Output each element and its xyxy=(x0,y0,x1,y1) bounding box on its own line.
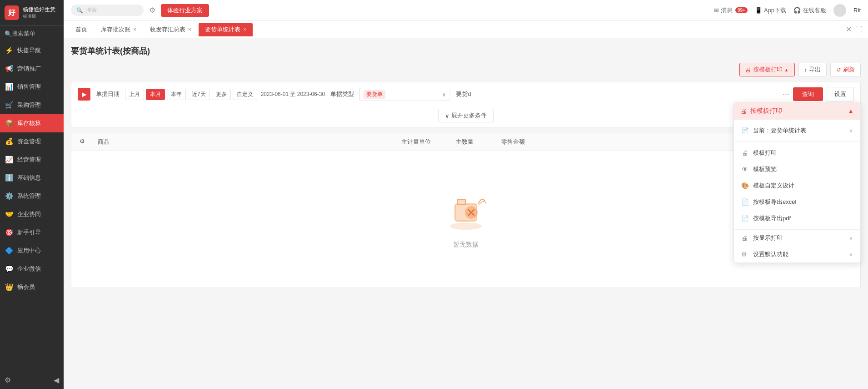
query-button[interactable]: 查询 xyxy=(793,87,823,101)
date-label: 单据日期 xyxy=(96,90,120,98)
tab-inventory-batch-label: 库存批次账 xyxy=(101,25,130,34)
set-default-section[interactable]: ⚙ 设置默认功能 ∨ xyxy=(734,246,860,263)
date-btn-custom[interactable]: 自定义 xyxy=(233,89,257,100)
filter-expand-button[interactable]: ▶ xyxy=(78,88,90,101)
type-select[interactable]: 要货单 ∨ xyxy=(359,88,450,101)
sidebar-item-inventory[interactable]: 📦 库存核算 xyxy=(0,114,64,132)
settings-button[interactable]: 设置 xyxy=(827,87,854,101)
svg-point-0 xyxy=(450,222,482,230)
maximize-tab-button[interactable]: ⛶ xyxy=(855,25,863,34)
online-service-button[interactable]: 🎧 在线客服 xyxy=(793,6,826,15)
date-btn-last-month[interactable]: 上月 xyxy=(125,89,144,100)
th-retail-amount: 零售金额 xyxy=(498,133,552,151)
topbar-settings-icon[interactable]: ⚙ xyxy=(149,6,155,15)
sidebar-item-label: 基础信息 xyxy=(17,174,41,182)
date-btn-7days[interactable]: 近7天 xyxy=(188,89,210,100)
sidebar: 好 畅捷通好生意 标准版 🔍 搜索菜单 ⚡ 快捷导航 📢 营销推广 📊 销售管理… xyxy=(0,0,64,389)
sidebar-item-finance[interactable]: 💰 资金管理 xyxy=(0,132,64,151)
sidebar-item-sales[interactable]: 📊 销售管理 xyxy=(0,78,64,96)
sidebar-item-label: 销售管理 xyxy=(17,83,41,91)
sidebar-item-basic[interactable]: ℹ️ 基础信息 xyxy=(0,169,64,187)
display-print-section[interactable]: 🖨 按显示打印 ∨ xyxy=(734,230,860,246)
template-design-item[interactable]: 🎨 模板自定义设计 xyxy=(734,177,860,194)
sidebar-item-quick-nav[interactable]: ⚡ 快捷导航 xyxy=(0,41,64,60)
refresh-button[interactable]: ↺ 刷新 xyxy=(830,63,861,76)
search-top-icon: 🔍 xyxy=(76,7,83,14)
date-btn-this-month[interactable]: 本月 xyxy=(146,89,165,100)
set-default-arrow: ∨ xyxy=(849,251,853,258)
settings-bottom-icon[interactable]: ⚙ xyxy=(5,376,11,384)
close-tab-button[interactable]: ✕ xyxy=(846,25,852,34)
sidebar-item-marketing[interactable]: 📢 营销推广 xyxy=(0,60,64,78)
search-menu[interactable]: 🔍 搜索菜单 xyxy=(0,26,64,41)
topbar-search[interactable]: 🔍 搜索 xyxy=(71,5,144,16)
collapse-icon[interactable]: ◀ xyxy=(54,376,59,384)
message-button[interactable]: ✉ 消息 99+ xyxy=(714,6,748,15)
display-print-icon: 🖨 xyxy=(741,234,748,242)
th-settings[interactable]: ⚙ xyxy=(76,133,94,151)
current-template-section: 📄 当前：要货单统计表 ∨ xyxy=(734,120,860,142)
tab-order-stats-close[interactable]: × xyxy=(243,27,246,32)
template-print-icon: 🖨 xyxy=(741,149,748,157)
app-download-button[interactable]: 📱 App下载 xyxy=(755,6,786,15)
sidebar-item-app-center[interactable]: 🔷 应用中心 xyxy=(0,242,64,260)
print-arrow-icon: ▲ xyxy=(784,67,789,72)
print-template-button[interactable]: 🖨 按模板打印 ▲ xyxy=(739,63,795,76)
tab-inventory-batch-close[interactable]: × xyxy=(133,27,136,32)
service-icon: 🎧 xyxy=(793,7,801,14)
tab-inventory-batch[interactable]: 库存批次账 × xyxy=(95,23,143,36)
logo-icon: 好 xyxy=(5,5,19,20)
sidebar-item-guide[interactable]: 🎯 新手引导 xyxy=(0,223,64,242)
marketing-icon: 📢 xyxy=(5,65,14,73)
sidebar-item-label: 营销推广 xyxy=(17,65,41,73)
main-area: 🔍 搜索 ⚙ 体验行业方案 ✉ 消息 99+ 📱 App下载 🎧 在线客服 Ri… xyxy=(64,0,868,389)
print-dropdown-header: 🖨 按模板打印 ▲ xyxy=(734,102,860,120)
export-button[interactable]: ↑ 导出 xyxy=(798,63,827,76)
wechat-icon: 💬 xyxy=(5,265,14,273)
basic-icon: ℹ️ xyxy=(5,174,14,182)
sidebar-item-member[interactable]: 👑 畅会员 xyxy=(0,278,64,296)
message-label: 消息 xyxy=(721,6,733,15)
sidebar-nav: ⚡ 快捷导航 📢 营销推广 📊 销售管理 🛒 采购管理 📦 库存核算 💰 资金管… xyxy=(0,41,64,371)
sidebar-item-system[interactable]: ⚙️ 系统管理 xyxy=(0,187,64,205)
date-options: 上月 本月 本年 近7天 更多 自定义 2023-06-01 至 2023-06… xyxy=(125,89,325,100)
message-badge: 99+ xyxy=(735,7,748,13)
industry-plan-button[interactable]: 体验行业方案 xyxy=(161,4,209,17)
display-print-arrow: ∨ xyxy=(849,235,853,241)
sidebar-bottom: ⚙ ◀ xyxy=(0,371,64,389)
tabs-controls: ✕ ⛶ xyxy=(846,25,863,34)
select-arrow-icon: ∨ xyxy=(442,91,446,98)
template-export-excel-item[interactable]: 📄 按模板导出excel xyxy=(734,194,860,210)
sidebar-item-cooperation[interactable]: 🤝 企业协同 xyxy=(0,205,64,223)
expand-conditions-button[interactable]: ∨ 展开更多条件 xyxy=(438,109,494,122)
template-print-item[interactable]: 🖨 模板打印 xyxy=(734,145,860,161)
tab-order-stats[interactable]: 要货单统计表 × xyxy=(199,23,253,36)
chevron-up-icon[interactable]: ▲ xyxy=(848,107,854,115)
more-options-btn[interactable]: ··· xyxy=(783,90,789,99)
system-icon: ⚙️ xyxy=(5,192,14,200)
tab-receipt-summary-close[interactable]: × xyxy=(188,27,191,32)
yaohuodan-label: 要货d xyxy=(456,90,471,98)
tab-receipt-summary[interactable]: 收发存汇总表 × xyxy=(144,23,198,36)
header-right: ▲ xyxy=(848,107,854,115)
print-header-icon: 🖨 xyxy=(740,107,747,115)
header-left: 🖨 按模板打印 xyxy=(740,107,782,115)
current-template-item[interactable]: 📄 当前：要货单统计表 ∨ xyxy=(734,122,860,139)
template-export-pdf-label: 按模板导出pdf xyxy=(753,214,791,222)
yaohuodan-tag: 要货单 xyxy=(364,90,385,99)
sidebar-item-wechat[interactable]: 💬 企业微信 xyxy=(0,260,64,278)
sales-icon: 📊 xyxy=(5,83,14,91)
template-export-pdf-icon: 📄 xyxy=(741,215,748,222)
display-print-label: 按显示打印 xyxy=(753,234,783,242)
date-btn-this-year[interactable]: 本年 xyxy=(167,89,186,100)
tab-home[interactable]: 首页 xyxy=(69,23,94,36)
sidebar-item-purchase[interactable]: 🛒 采购管理 xyxy=(0,96,64,114)
sidebar-item-label: 应用中心 xyxy=(17,247,41,255)
topbar-right: ✉ 消息 99+ 📱 App下载 🎧 在线客服 Rit xyxy=(714,4,861,17)
template-design-label: 模板自定义设计 xyxy=(753,182,794,190)
sidebar-item-operation[interactable]: 📈 经营管理 xyxy=(0,151,64,169)
expand-icon: ∨ xyxy=(445,112,449,119)
date-btn-more[interactable]: 更多 xyxy=(212,89,231,100)
template-export-pdf-item[interactable]: 📄 按模板导出pdf xyxy=(734,210,860,227)
template-preview-item[interactable]: 👁 模板预览 xyxy=(734,161,860,177)
